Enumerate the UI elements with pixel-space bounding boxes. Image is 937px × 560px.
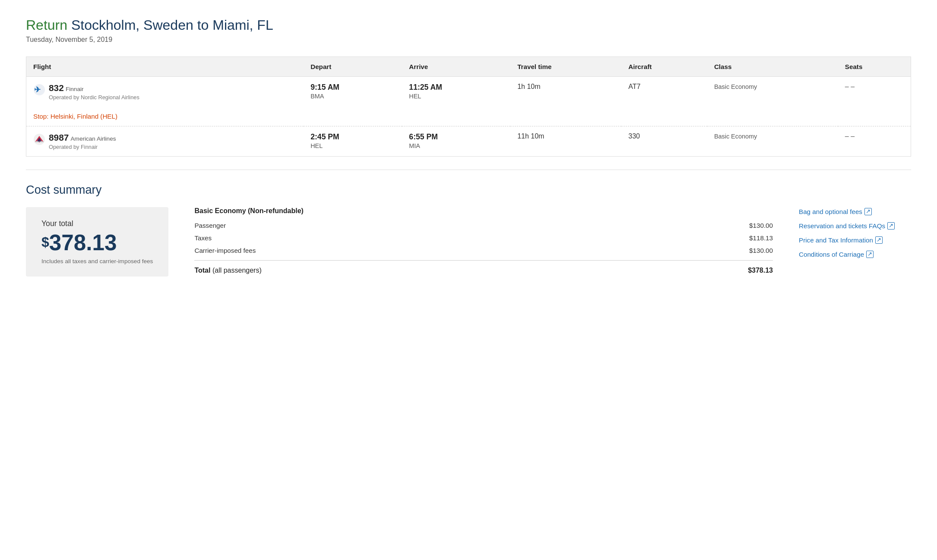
- cost-details-area: Basic Economy (Non-refundable) Passenger…: [194, 207, 911, 274]
- your-total-label: Your total: [41, 219, 153, 228]
- table-row: 8987 American Airlines Operated by Finna…: [26, 126, 911, 157]
- price-tax-link[interactable]: Price and Tax Information ↗: [799, 236, 911, 244]
- flight-1-travel-time: 1h 10m: [510, 77, 621, 107]
- table-header-row: Flight Depart Arrive Travel time Aircraf…: [26, 57, 911, 77]
- cost-total-divider: [194, 260, 773, 261]
- total-amount: $378.13: [748, 267, 773, 274]
- table-row: ✈ 832 Finnair Operated by Nordic Regiona…: [26, 77, 911, 107]
- conditions-text: Conditions of Carriage: [799, 251, 864, 258]
- col-flight: Flight: [26, 57, 304, 77]
- conditions-link[interactable]: Conditions of Carriage ↗: [799, 251, 911, 258]
- links-column: Bag and optional fees ↗ Reservation and …: [799, 207, 911, 274]
- external-link-icon: ↗: [887, 222, 895, 230]
- cost-line-passenger: Passenger $130.00: [194, 222, 773, 229]
- flight-2-number: 8987 American Airlines: [49, 132, 116, 143]
- col-aircraft: Aircraft: [621, 57, 707, 77]
- title-route: Stockholm, Sweden to Miami, FL: [71, 17, 273, 33]
- svg-text:✈: ✈: [34, 85, 41, 94]
- flight-2-aircraft: 330: [621, 126, 707, 157]
- flight-1-arrive: 11:25 AM HEL: [402, 77, 510, 107]
- page-subtitle: Tuesday, November 5, 2019: [26, 36, 911, 44]
- stop-row: Stop: Helsinki, Finland (HEL): [26, 107, 911, 126]
- cost-summary-container: Your total $378.13 Includes all taxes an…: [26, 207, 911, 277]
- taxes-label: Taxes: [194, 234, 212, 242]
- flight-1-operated-by: Operated by Nordic Regional Airlines: [49, 94, 139, 101]
- flight-1-seats: – –: [838, 77, 911, 107]
- page-title: Return Stockholm, Sweden to Miami, FL: [26, 17, 911, 33]
- stop-label: Stop: Helsinki, Finland (HEL): [26, 107, 911, 126]
- flight-2-info: 8987 American Airlines Operated by Finna…: [26, 126, 304, 157]
- dollar-sign: $: [41, 235, 49, 249]
- passenger-amount: $130.00: [738, 222, 773, 229]
- your-total-box: Your total $378.13 Includes all taxes an…: [26, 207, 168, 277]
- flight-1-info: ✈ 832 Finnair Operated by Nordic Regiona…: [26, 77, 304, 107]
- flight-1-number: 832 Finnair: [49, 83, 139, 93]
- bag-fees-link-text: Bag and optional fees: [799, 208, 862, 215]
- col-travel-time: Travel time: [510, 57, 621, 77]
- external-link-icon: ↗: [866, 251, 874, 258]
- cost-details: Basic Economy (Non-refundable) Passenger…: [194, 207, 773, 274]
- flight-table: Flight Depart Arrive Travel time Aircraf…: [26, 57, 911, 157]
- flight-1-aircraft: AT7: [621, 77, 707, 107]
- col-class: Class: [707, 57, 838, 77]
- external-link-icon: ↗: [864, 208, 872, 215]
- cost-category-title: Basic Economy (Non-refundable): [194, 207, 773, 215]
- carrier-fees-amount: $130.00: [738, 247, 773, 254]
- flight-2-operated-by: Operated by Finnair: [49, 144, 116, 150]
- total-label: Total (all passengers): [194, 267, 261, 274]
- flight-2-class: Basic Economy: [707, 126, 838, 157]
- carrier-fees-label: Carrier-imposed fees: [194, 247, 256, 254]
- aa-logo-icon: [33, 133, 45, 145]
- col-depart: Depart: [304, 57, 402, 77]
- price-tax-text: Price and Tax Information: [799, 236, 873, 244]
- reservation-faqs-link[interactable]: Reservation and tickets FAQs ↗: [799, 222, 911, 230]
- passenger-label: Passenger: [194, 222, 226, 229]
- your-total-amount: $378.13: [41, 232, 153, 254]
- flight-2-depart: 2:45 PM HEL: [304, 126, 402, 157]
- bag-fees-link[interactable]: Bag and optional fees ↗: [799, 208, 911, 215]
- flight-1-class: Basic Economy: [707, 77, 838, 107]
- cost-line-taxes: Taxes $118.13: [194, 234, 773, 242]
- finnair-logo-icon: ✈: [33, 84, 45, 96]
- flight-1-depart: 9:15 AM BMA: [304, 77, 402, 107]
- cost-total-line: Total (all passengers) $378.13: [194, 267, 773, 274]
- cost-line-carrier-fees: Carrier-imposed fees $130.00: [194, 247, 773, 254]
- flight-2-arrive: 6:55 PM MIA: [402, 126, 510, 157]
- your-total-note: Includes all taxes and carrier-imposed f…: [41, 258, 153, 264]
- flight-2-seats: – –: [838, 126, 911, 157]
- reservation-faqs-text: Reservation and tickets FAQs: [799, 222, 885, 230]
- cost-summary-title: Cost summary: [26, 183, 911, 197]
- title-return: Return: [26, 17, 67, 33]
- col-seats: Seats: [838, 57, 911, 77]
- external-link-icon: ↗: [875, 236, 883, 244]
- col-arrive: Arrive: [402, 57, 510, 77]
- flight-2-travel-time: 11h 10m: [510, 126, 621, 157]
- section-divider: [26, 170, 911, 170]
- taxes-amount: $118.13: [738, 234, 773, 242]
